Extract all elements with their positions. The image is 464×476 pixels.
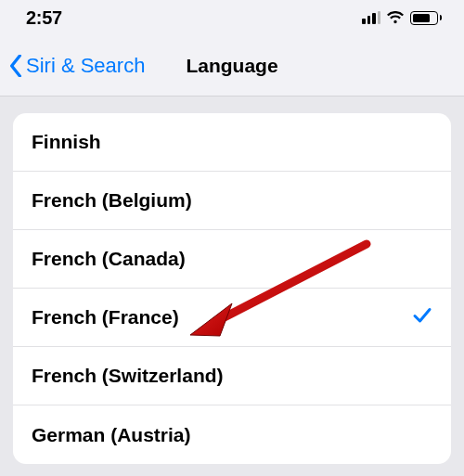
checkmark-icon <box>412 305 432 329</box>
list-item[interactable]: Finnish <box>13 113 451 172</box>
chevron-left-icon <box>9 55 22 77</box>
cellular-signal-icon <box>362 11 380 24</box>
list-item-label: French (Switzerland) <box>32 365 224 387</box>
list-item-label: French (France) <box>32 306 179 328</box>
list-item-label: German (Austria) <box>32 424 191 446</box>
back-button[interactable]: Siri & Search <box>9 50 145 82</box>
status-indicators <box>362 11 442 25</box>
navigation-bar: Siri & Search Language <box>0 35 464 96</box>
language-list: Finnish French (Belgium) French (Canada)… <box>13 113 451 464</box>
wifi-icon <box>386 11 405 25</box>
list-item[interactable]: German (Austria) <box>13 405 451 464</box>
list-item[interactable]: French (Canada) <box>13 230 451 289</box>
back-button-label: Siri & Search <box>26 54 145 78</box>
list-item-label: Finnish <box>32 131 101 153</box>
page-title: Language <box>186 55 277 77</box>
battery-icon <box>410 11 442 25</box>
status-bar: 2:57 <box>0 0 464 35</box>
list-item-label: French (Belgium) <box>32 189 192 212</box>
list-item[interactable]: French (Switzerland) <box>13 347 451 405</box>
status-time: 2:57 <box>26 7 62 29</box>
list-item[interactable]: French (France) <box>13 289 451 347</box>
list-item-label: French (Canada) <box>32 248 186 270</box>
list-item[interactable]: French (Belgium) <box>13 172 451 230</box>
